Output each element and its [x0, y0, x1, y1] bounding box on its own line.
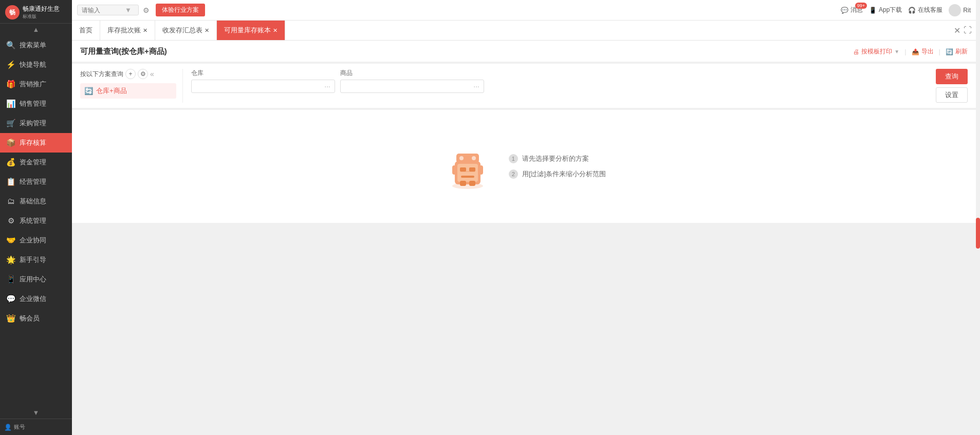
sidebar-item-label: 采购管理 [20, 119, 46, 128]
scheme-item-label: 仓库+商品 [96, 86, 127, 96]
sidebar-item-apps[interactable]: 📱 应用中心 [0, 270, 72, 289]
export-btn[interactable]: 📤 导出 [912, 47, 934, 56]
query-section: 按以下方案查询 + ⚙ « 🔄 仓库+商品 仓库 [72, 64, 976, 108]
scheme-actions: + ⚙ [125, 69, 148, 79]
refresh-label: 刷新 [955, 47, 968, 56]
sidebar-item-enterprise[interactable]: 🤝 企业协同 [0, 231, 72, 250]
add-scheme-btn[interactable]: + [125, 69, 136, 79]
dropdown-icon[interactable]: ▼ [125, 6, 132, 14]
filter-group-warehouse: 仓库 ··· [191, 69, 335, 93]
filter-dots-goods[interactable]: ··· [473, 82, 479, 90]
tab-label: 库存批次账 [107, 26, 141, 35]
tab-close-icon[interactable]: ✕ [273, 27, 278, 34]
scheme-panel: 按以下方案查询 + ⚙ « 🔄 仓库+商品 [80, 69, 183, 103]
logo-title: 畅康通好生意 [23, 5, 60, 13]
sidebar: 畅 畅康通好生意 标准版 ▲ 🔍 搜索菜单 ⚡ 快捷导航 🎁 营销推广 📊 销售… [0, 0, 72, 435]
filter-input-warehouse[interactable] [196, 83, 322, 90]
sidebar-item-marketing[interactable]: 🎁 营销推广 [0, 74, 72, 94]
logo-badge: 标准版 [23, 13, 60, 20]
sidebar-item-member[interactable]: 👑 畅会员 [0, 309, 72, 328]
svg-rect-9 [469, 181, 475, 186]
sidebar-item-newbie[interactable]: 🌟 新手引导 [0, 250, 72, 270]
settings-button[interactable]: 设置 [936, 87, 968, 103]
scheme-collapse-icon[interactable]: « [150, 70, 154, 78]
top-header: ▼ ⚙ 体验行业方案 💬 消息 99+ 📱 App下载 🎧 在线客服 Rit [72, 0, 976, 21]
sidebar-item-search[interactable]: 🔍 搜索菜单 [0, 35, 72, 55]
search-icon: 🔍 [6, 41, 15, 50]
search-input[interactable] [82, 7, 123, 14]
sidebar-scroll-down[interactable]: ▼ [0, 407, 72, 419]
svg-rect-2 [457, 164, 478, 182]
svg-rect-3 [460, 167, 466, 172]
sidebar-item-purchase[interactable]: 🛒 采购管理 [0, 114, 72, 133]
message-icon: 💬 [841, 7, 848, 14]
scheme-header: 按以下方案查询 + ⚙ « [80, 69, 176, 79]
right-scrollbar[interactable] [976, 0, 980, 435]
print-dropdown-icon[interactable]: ▼ [894, 49, 899, 54]
filter-input-wrap-warehouse: ··· [191, 80, 335, 93]
sidebar-item-quick-nav[interactable]: ⚡ 快捷导航 [0, 55, 72, 74]
service-btn[interactable]: 🎧 在线客服 [908, 6, 942, 14]
wechat-icon: 💬 [6, 294, 15, 304]
sidebar-item-basic[interactable]: 🗂 基础信息 [0, 192, 72, 211]
trial-btn[interactable]: 体验行业方案 [156, 4, 205, 16]
user-menu-btn[interactable]: Rit [949, 4, 971, 16]
tab-close-icon[interactable]: ✕ [205, 27, 209, 34]
sidebar-logo: 畅 畅康通好生意 标准版 [0, 0, 72, 24]
filter-input-goods[interactable] [345, 83, 471, 90]
export-label: 导出 [921, 47, 934, 56]
action-divider2: | [939, 48, 940, 55]
page-content: 可用量查询(按仓库+商品) 🖨 按模板打印 ▼ | 📤 导出 | 🔄 刷新 [72, 41, 976, 435]
sidebar-item-finance[interactable]: 💰 资金管理 [0, 153, 72, 172]
print-btn[interactable]: 🖨 按模板打印 ▼ [853, 47, 899, 56]
filter-label-goods: 商品 [340, 69, 484, 78]
main-content: ▼ ⚙ 体验行业方案 💬 消息 99+ 📱 App下载 🎧 在线客服 Rit [72, 0, 976, 435]
print-label: 按模板打印 [861, 47, 892, 56]
refresh-btn[interactable]: 🔄 刷新 [946, 47, 968, 56]
app-download-btn[interactable]: 📱 App下载 [869, 6, 902, 14]
sidebar-item-system[interactable]: ⚙ 系统管理 [0, 211, 72, 231]
avatar [949, 4, 961, 16]
newbie-icon: 🌟 [6, 255, 15, 264]
sidebar-item-label: 畅会员 [20, 314, 40, 323]
refresh-icon: 🔄 [946, 48, 953, 55]
service-icon: 🎧 [908, 7, 916, 14]
tabs-bar: 首页 库存批次账 ✕ 收发存汇总表 ✕ 可用量库存账本 ✕ ✕ ⛶ [72, 21, 976, 41]
close-tab-btn[interactable]: ✕ [954, 26, 960, 35]
query-button[interactable]: 查询 [936, 69, 968, 84]
scheme-settings-btn[interactable]: ⚙ [138, 69, 148, 79]
sidebar-item-wechat[interactable]: 💬 企业微信 [0, 289, 72, 309]
logo-icon: 畅 [5, 5, 20, 20]
print-icon: 🖨 [853, 48, 859, 55]
sales-icon: 📊 [6, 99, 15, 108]
action-divider: | [904, 48, 906, 55]
basic-icon: 🗂 [6, 197, 15, 205]
app-icon: 📱 [869, 7, 877, 14]
message-badge: 99+ [855, 3, 867, 9]
scheme-item-warehouse-goods[interactable]: 🔄 仓库+商品 [80, 83, 176, 99]
tab-batch-ledger[interactable]: 库存批次账 ✕ [100, 21, 155, 40]
settings-gear-icon[interactable]: ⚙ [143, 6, 150, 14]
sidebar-item-label: 资金管理 [20, 158, 46, 167]
sidebar-item-operation[interactable]: 📋 经营管理 [0, 172, 72, 192]
message-btn[interactable]: 💬 消息 99+ [841, 6, 863, 14]
tab-receive-total[interactable]: 收发存汇总表 ✕ [155, 21, 217, 40]
sidebar-item-inventory[interactable]: 📦 库存核算 [0, 133, 72, 153]
sidebar-item-label: 基础信息 [20, 197, 46, 206]
filter-dots-warehouse[interactable]: ··· [324, 82, 330, 90]
finance-icon: 💰 [6, 158, 15, 167]
sidebar-scroll-up[interactable]: ▲ [0, 24, 72, 35]
sidebar-item-sales[interactable]: 📊 销售管理 [0, 94, 72, 114]
tab-home[interactable]: 首页 [72, 21, 100, 40]
empty-state: 1 请先选择要分析的方案 2 用[过滤]条件来缩小分析范围 [72, 110, 976, 223]
tip-text-2: 用[过滤]条件来缩小分析范围 [522, 169, 606, 179]
empty-illustration [442, 141, 493, 192]
expand-tab-btn[interactable]: ⛶ [964, 26, 972, 35]
sidebar-user[interactable]: 👤 账号 [0, 419, 72, 435]
purchase-icon: 🛒 [6, 119, 15, 128]
svg-rect-7 [479, 165, 483, 175]
tab-close-icon[interactable]: ✕ [143, 27, 147, 34]
tab-available-ledger[interactable]: 可用量库存账本 ✕ [217, 21, 285, 40]
tab-label: 收发存汇总表 [162, 26, 202, 35]
app-label: App下载 [879, 6, 902, 14]
